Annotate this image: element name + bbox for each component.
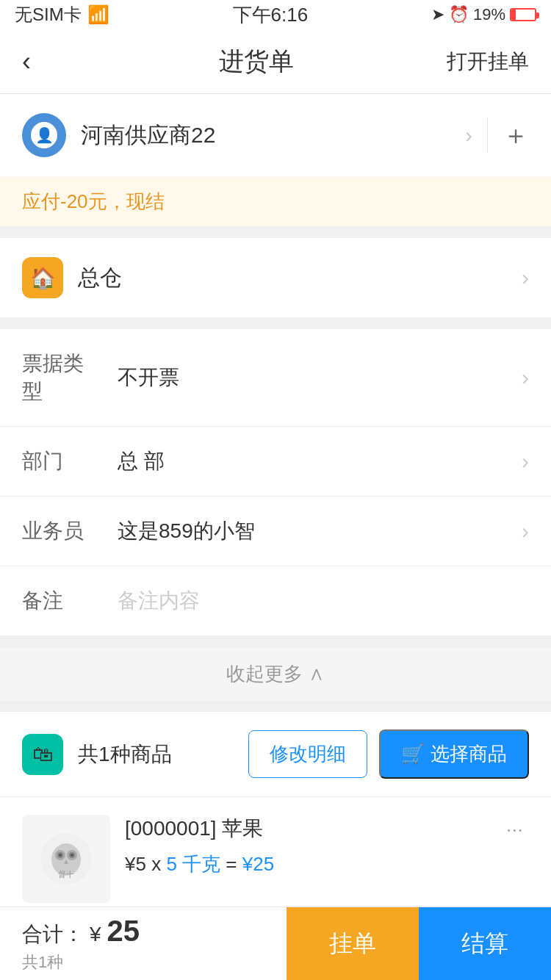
collapse-bar[interactable]: 收起更多 ∧ bbox=[0, 647, 551, 700]
staff-chevron-icon: › bbox=[522, 519, 529, 544]
total-label: 合计： bbox=[22, 920, 84, 948]
supplier-card: 👤 河南供应商22 › ＋ 应付-20元，现结 bbox=[0, 94, 551, 226]
bag-icon: 🛍 bbox=[32, 742, 53, 766]
svg-text:督十: 督十 bbox=[58, 870, 74, 879]
total-section: 合计： ¥ 25 共1种 bbox=[0, 915, 287, 973]
product-name: [0000001] 苹果 bbox=[125, 815, 500, 843]
main-content: 👤 河南供应商22 › ＋ 应付-20元，现结 🏠 总仓 › 票据类型 不开票 … bbox=[0, 94, 551, 980]
dept-value: 总 部 bbox=[103, 447, 522, 475]
page-title: 进货单 bbox=[219, 45, 294, 79]
product-count: 共1种商品 bbox=[78, 741, 248, 768]
total-symbol: ¥ bbox=[90, 923, 101, 946]
total-label-row: 合计： ¥ 25 bbox=[22, 915, 264, 948]
product-unit: 千克 bbox=[182, 853, 220, 875]
products-card: 🛍 共1种商品 修改明细 🛒 选择商品 bbox=[0, 712, 551, 921]
product-title: 苹果 bbox=[222, 817, 263, 840]
staff-row[interactable]: 业务员 这是859的小智 › bbox=[0, 497, 551, 566]
nav-bar: ‹ 进货单 打开挂单 bbox=[0, 29, 551, 94]
staff-label: 业务员 bbox=[22, 517, 103, 545]
cart-icon: 🛒 bbox=[401, 743, 425, 765]
warehouse-chevron-icon: › bbox=[522, 265, 529, 290]
warehouse-name: 总仓 bbox=[78, 263, 522, 293]
status-bar: 无SIM卡 📶 下午6:16 ➤ ⏰ 19% bbox=[0, 0, 551, 29]
back-button[interactable]: ‹ bbox=[22, 46, 66, 77]
svg-point-7 bbox=[71, 854, 73, 857]
battery-percent: 19% bbox=[473, 5, 505, 24]
owl-logo: 督十 bbox=[40, 833, 92, 884]
supplier-avatar: 👤 bbox=[22, 113, 66, 157]
alarm-icon: ⏰ bbox=[449, 5, 469, 24]
status-time: 下午6:16 bbox=[233, 2, 309, 28]
wifi-icon: 📶 bbox=[87, 4, 109, 25]
product-qty: 5 bbox=[166, 853, 176, 875]
home-icon: 🏠 bbox=[30, 266, 56, 290]
supplier-row[interactable]: 👤 河南供应商22 › ＋ bbox=[0, 94, 551, 177]
add-button[interactable]: ＋ bbox=[503, 118, 529, 154]
warehouse-icon: 🏠 bbox=[22, 257, 63, 298]
supplier-chevron-icon: › bbox=[465, 123, 472, 148]
svg-point-6 bbox=[59, 854, 62, 857]
checkout-button[interactable]: 结算 bbox=[419, 907, 551, 981]
battery-icon bbox=[510, 8, 536, 21]
more-button[interactable]: ··· bbox=[500, 815, 529, 844]
remark-input[interactable]: 备注内容 bbox=[103, 587, 529, 615]
select-product-button[interactable]: 🛒 选择商品 bbox=[379, 729, 529, 779]
invoice-row[interactable]: 票据类型 不开票 › bbox=[0, 329, 551, 427]
edit-detail-button[interactable]: 修改明细 bbox=[248, 730, 367, 778]
status-left: 无SIM卡 📶 bbox=[15, 3, 109, 26]
status-right: ➤ ⏰ 19% bbox=[431, 5, 536, 24]
product-icon: 🛍 bbox=[22, 734, 63, 775]
warehouse-row[interactable]: 🏠 总仓 › bbox=[0, 238, 551, 317]
remark-label: 备注 bbox=[22, 587, 103, 615]
form-card: 票据类型 不开票 › 部门 总 部 › 业务员 这是859的小智 › 备注 备注… bbox=[0, 329, 551, 635]
product-price: ¥5 x 5 千克 = ¥25 bbox=[125, 851, 500, 877]
supplier-name: 河南供应商22 bbox=[81, 120, 465, 151]
dept-row[interactable]: 部门 总 部 › bbox=[0, 427, 551, 497]
suspend-button[interactable]: 挂单 bbox=[287, 907, 419, 981]
divider bbox=[487, 117, 488, 154]
bottom-bar: 合计： ¥ 25 共1种 挂单 结算 bbox=[0, 907, 551, 980]
product-header: 🛍 共1种商品 修改明细 🛒 选择商品 bbox=[0, 712, 551, 797]
invoice-value: 不开票 bbox=[103, 364, 522, 392]
product-total: ¥25 bbox=[242, 853, 274, 875]
staff-value: 这是859的小智 bbox=[103, 517, 522, 545]
location-icon: ➤ bbox=[431, 5, 444, 24]
product-info: [0000001] 苹果 ¥5 x 5 千克 = ¥25 bbox=[125, 815, 500, 877]
invoice-label: 票据类型 bbox=[22, 350, 103, 406]
open-pending-button[interactable]: 打开挂单 bbox=[447, 48, 529, 76]
dept-label: 部门 bbox=[22, 447, 103, 475]
dept-chevron-icon: › bbox=[522, 449, 529, 474]
remark-row[interactable]: 备注 备注内容 bbox=[0, 566, 551, 635]
product-thumbnail: 督十 bbox=[22, 815, 110, 903]
product-code: [0000001] bbox=[125, 817, 217, 840]
total-amount: 25 bbox=[107, 915, 140, 948]
product-item: 督十 [0000001] 苹果 ¥5 x 5 千克 = ¥25 bbox=[0, 797, 551, 921]
invoice-chevron-icon: › bbox=[522, 365, 529, 390]
notice-bar: 应付-20元，现结 bbox=[0, 177, 551, 226]
carrier-text: 无SIM卡 bbox=[15, 3, 82, 26]
total-sub: 共1种 bbox=[22, 951, 264, 973]
warehouse-card[interactable]: 🏠 总仓 › bbox=[0, 238, 551, 317]
